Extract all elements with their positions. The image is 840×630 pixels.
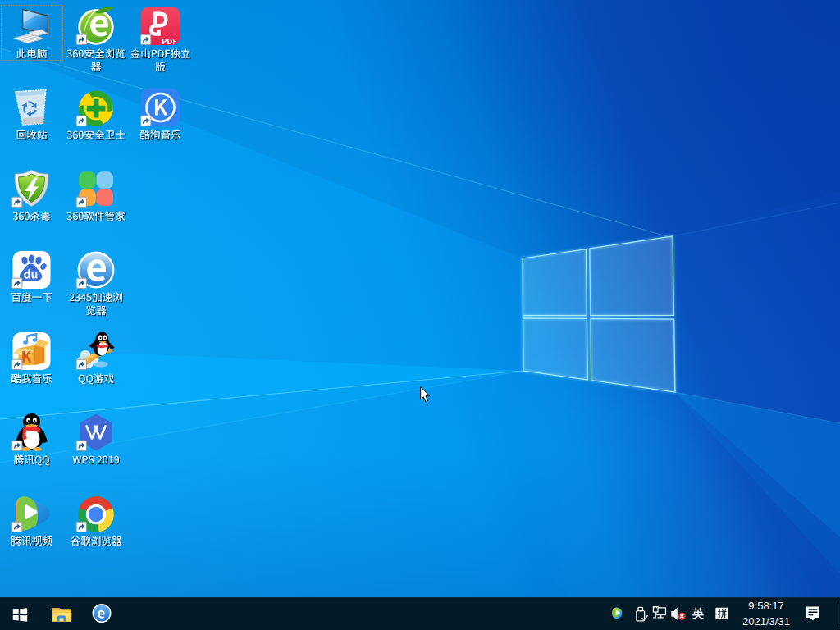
svg-text:2021/3/31: 2021/3/31 bbox=[742, 615, 790, 628]
svg-text:9:58:17: 9:58:17 bbox=[748, 600, 783, 612]
